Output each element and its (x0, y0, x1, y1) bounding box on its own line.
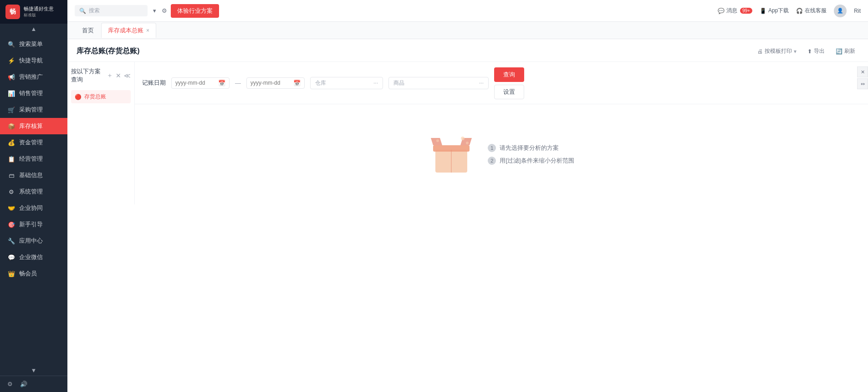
sidebar: 畅 畅捷通好生意 标准版 ▲ 🔍 搜索菜单 ⚡ 快捷导航 📢 营销推广 📊 销售… (0, 0, 67, 392)
tip-num-1: 1 (488, 144, 496, 152)
goods-filter[interactable]: 商品 ··· (388, 77, 489, 89)
topbar: 🔍 搜索 ▾ ⚙ 体验行业方案 💬 消息 99+ 📱 App下载 🎧 在线客服 … (67, 0, 868, 22)
tab-close-icon[interactable]: × (146, 27, 149, 34)
scheme-icon: 🔴 (75, 94, 82, 100)
service-icon: 🎧 (796, 8, 803, 14)
sidebar-scroll-down[interactable]: ▼ (0, 365, 67, 376)
export-icon: ⬆ (807, 48, 812, 55)
sidebar-item-member[interactable]: 👑 畅会员 (0, 265, 67, 282)
filter-by-label: 按以下方案查询 (71, 67, 104, 84)
scheme-item-inventory[interactable]: 🔴 存货总账 (71, 90, 131, 103)
wechat-icon: 💬 (7, 253, 15, 261)
sidebar-item-inventory[interactable]: 📦 库存核算 (0, 118, 67, 134)
close-panel-button[interactable]: ✕ (857, 66, 868, 77)
user-avatar[interactable]: 👤 (834, 5, 847, 17)
date-start-wrap: 📅 (171, 77, 230, 89)
sidebar-item-basic[interactable]: 🗃 基础信息 (0, 167, 67, 183)
sidebar-item-marketing-label: 营销推广 (19, 73, 43, 81)
print-label: 按模板打印 (765, 47, 792, 55)
sidebar-item-finance[interactable]: 💰 资金管理 (0, 134, 67, 151)
sidebar-item-operations[interactable]: 📋 经营管理 (0, 151, 67, 167)
filter-inputs: 记账日期 📅 — 📅 仓库 ··· (135, 62, 868, 104)
settings-footer-icon[interactable]: ⚙ (7, 381, 13, 387)
topbar-search-icon: 🔍 (79, 8, 86, 14)
setting-button[interactable]: 设置 (494, 85, 524, 99)
username-label: Rit (854, 8, 861, 14)
speaker-footer-icon[interactable]: 🔊 (20, 381, 27, 387)
sidebar-item-wechat-label: 企业微信 (19, 253, 43, 261)
logo-text: 畅捷通好生意 (24, 5, 54, 12)
sidebar-item-system[interactable]: ⚙ 系统管理 (0, 183, 67, 200)
query-button[interactable]: 查询 (494, 67, 524, 82)
scheme-add-icon[interactable]: ＋ (107, 71, 113, 80)
tab-active-label: 库存成本总账 (108, 26, 143, 35)
inventory-icon: 📦 (7, 122, 15, 130)
marketing-icon: 📢 (7, 73, 15, 81)
basic-icon: 🗃 (7, 171, 15, 179)
topbar-search-box[interactable]: 🔍 搜索 (75, 5, 148, 16)
expand-panel-button[interactable]: ⇔ (857, 78, 868, 89)
sidebar-item-operations-label: 经营管理 (19, 155, 43, 163)
page-title: 库存总账(存货总账) (77, 46, 140, 56)
page-actions: 🖨 按模板打印 ▾ ⬆ 导出 🔄 刷新 (754, 46, 859, 57)
sidebar-item-guide-label: 新手引导 (19, 220, 43, 229)
date-separator: — (235, 80, 241, 87)
date-end-input[interactable] (250, 80, 291, 86)
system-icon: ⚙ (7, 188, 15, 196)
message-button[interactable]: 💬 消息 99+ (718, 7, 752, 15)
sidebar-item-inventory-label: 库存核算 (19, 122, 43, 130)
tab-home[interactable]: 首页 (75, 23, 101, 38)
sidebar-item-purchase-label: 采购管理 (19, 106, 43, 114)
sidebar-item-search[interactable]: 🔍 搜索菜单 (0, 36, 67, 52)
apps-icon: 🔧 (7, 237, 15, 245)
page-right-buttons: ✕ ⇔ (857, 66, 868, 89)
sidebar-item-coop[interactable]: 🤝 企业协同 (0, 200, 67, 216)
logo-badge: 标准版 (24, 12, 54, 18)
date-start-input[interactable] (175, 80, 216, 86)
app-download-button[interactable]: 📱 App下载 (760, 7, 789, 15)
calendar-start-icon[interactable]: 📅 (218, 80, 225, 87)
sidebar-item-wechat[interactable]: 💬 企业微信 (0, 249, 67, 265)
scheme-panel-header: 按以下方案查询 ＋ ✕ ≪ (71, 67, 131, 87)
sidebar-nav: 🔍 搜索菜单 ⚡ 快捷导航 📢 营销推广 📊 销售管理 🛒 采购管理 📦 库存核… (0, 34, 67, 365)
sidebar-item-marketing[interactable]: 📢 营销推广 (0, 69, 67, 85)
sidebar-item-search-label: 搜索菜单 (19, 40, 43, 48)
sidebar-item-guide[interactable]: 🎯 新手引导 (0, 216, 67, 233)
promo-button[interactable]: 体验行业方案 (171, 4, 219, 18)
sidebar-item-purchase[interactable]: 🛒 采购管理 (0, 102, 67, 118)
print-chevron-icon: ▾ (794, 48, 797, 55)
refresh-button[interactable]: 🔄 刷新 (832, 46, 859, 57)
sidebar-item-member-label: 畅会员 (19, 270, 37, 278)
scheme-delete-icon[interactable]: ✕ (116, 72, 121, 79)
message-label: 消息 (726, 7, 737, 15)
sidebar-item-apps[interactable]: 🔧 应用中心 (0, 233, 67, 249)
sidebar-item-sales[interactable]: 📊 销售管理 (0, 85, 67, 102)
sales-icon: 📊 (7, 89, 15, 97)
print-button[interactable]: 🖨 按模板打印 ▾ (754, 46, 800, 57)
message-icon: 💬 (718, 8, 725, 14)
warehouse-more-icon: ··· (373, 80, 378, 86)
quicknav-icon: ⚡ (7, 56, 15, 65)
topbar-gear-icon[interactable]: ⚙ (162, 7, 167, 14)
warehouse-filter[interactable]: 仓库 ··· (310, 77, 383, 89)
sidebar-scroll-up[interactable]: ▲ (0, 24, 67, 34)
tip-text-2: 用[过滤]条件来缩小分析范围 (500, 157, 574, 165)
calendar-end-icon[interactable]: 📅 (293, 80, 301, 87)
topbar-right: 💬 消息 99+ 📱 App下载 🎧 在线客服 👤 Rit (718, 5, 861, 17)
export-button[interactable]: ⬆ 导出 (804, 46, 828, 57)
topbar-chevron-icon[interactable]: ▾ (153, 7, 156, 14)
warehouse-placeholder-text: 仓库 (315, 79, 326, 87)
scheme-collapse-icon[interactable]: ≪ (124, 72, 131, 79)
empty-illustration (429, 132, 474, 177)
member-icon: 👑 (7, 270, 15, 278)
svg-point-7 (436, 139, 439, 142)
tabbar: 首页 库存成本总账 × (67, 22, 868, 39)
scheme-panel: 按以下方案查询 ＋ ✕ ≪ 🔴 存货总账 (67, 62, 135, 204)
date-filter-label: 记账日期 (142, 79, 166, 87)
sidebar-item-basic-label: 基础信息 (19, 171, 43, 179)
empty-tip-2: 2 用[过滤]条件来缩小分析范围 (488, 157, 574, 165)
tab-inventory-ledger[interactable]: 库存成本总账 × (101, 23, 156, 38)
sidebar-item-quicknav[interactable]: ⚡ 快捷导航 (0, 52, 67, 69)
online-service-button[interactable]: 🎧 在线客服 (796, 7, 827, 15)
guide-icon: 🎯 (7, 220, 15, 229)
